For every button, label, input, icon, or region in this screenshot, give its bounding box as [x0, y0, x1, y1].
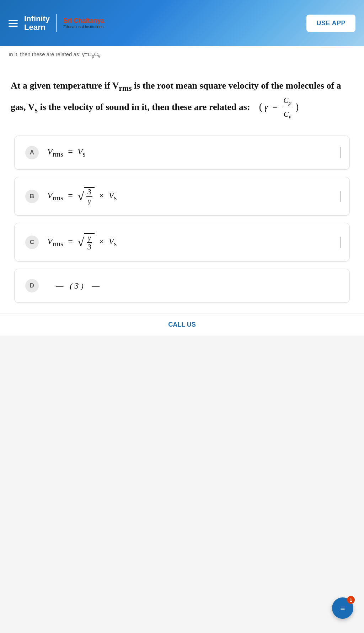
app-header: Infinity Learn Sri Chaitanya Educational…: [0, 0, 364, 46]
option-a[interactable]: A Vrms = Vs: [14, 136, 350, 170]
logo-divider: [56, 14, 57, 32]
subtitle-bar: In it, then these are related as: γ=CpCv: [0, 46, 364, 64]
call-us-bar[interactable]: CALL US: [0, 313, 364, 336]
header-left: Infinity Learn Sri Chaitanya Educational…: [9, 14, 104, 32]
option-b-letter: B: [25, 190, 39, 203]
brand-name-learn: Learn: [24, 23, 46, 32]
question-text: At a given temperature if Vrms is the ro…: [11, 78, 353, 121]
call-us-label: CALL US: [168, 321, 196, 328]
option-c-pipe: [340, 237, 341, 248]
option-b-pipe: [340, 191, 341, 202]
option-d-letter: D: [25, 279, 39, 292]
use-app-button[interactable]: USE APP: [306, 15, 355, 32]
option-b-formula: Vrms = √ 3 γ × Vs: [47, 187, 117, 205]
option-c-sqrt: √ γ 3: [77, 233, 95, 251]
option-a-formula: Vrms = Vs: [47, 147, 85, 158]
sri-chaitanya-logo: Sri Chaitanya Educational Institutions: [63, 17, 104, 29]
option-c-formula: Vrms = √ γ 3 × Vs: [47, 233, 117, 251]
hamburger-menu[interactable]: [9, 20, 18, 27]
logo-area: Infinity Learn Sri Chaitanya Educational…: [24, 14, 104, 32]
option-d-formula: — ( 3 ) —: [47, 281, 100, 291]
chat-bubble[interactable]: ≡ 1: [332, 597, 353, 619]
option-a-letter: A: [25, 146, 39, 159]
gamma-fraction: Cp Cv: [282, 95, 293, 121]
infinity-learn-logo: Infinity Learn: [24, 15, 50, 32]
option-b[interactable]: B Vrms = √ 3 γ × Vs: [14, 177, 350, 216]
partner-name: Sri Chaitanya: [63, 17, 104, 25]
partner-sub: Educational Institutions: [63, 25, 104, 29]
option-c[interactable]: C Vrms = √ γ 3 × Vs: [14, 223, 350, 262]
main-content: At a given temperature if Vrms is the ro…: [0, 64, 364, 313]
option-a-pipe: [340, 147, 341, 158]
subtitle-text: In it, then these are related as: γ=CpCv: [9, 51, 100, 57]
option-b-sqrt: √ 3 γ: [77, 187, 95, 205]
chat-badge: 1: [347, 596, 355, 604]
option-c-letter: C: [25, 236, 39, 249]
brand-name: Infinity Learn: [24, 15, 50, 32]
chat-icon: ≡: [340, 603, 345, 613]
options-container: A Vrms = Vs B Vrms = √ 3 γ: [11, 136, 353, 303]
option-d[interactable]: D — ( 3 ) —: [14, 269, 350, 303]
